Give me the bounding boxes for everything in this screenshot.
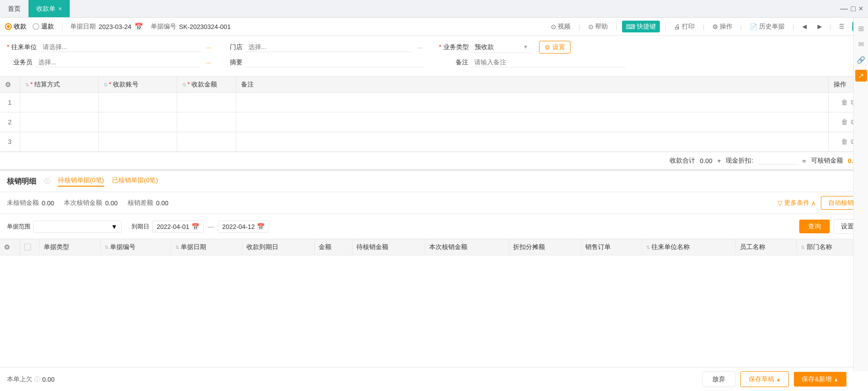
bt-col-sales-order: 销售订单 (581, 239, 642, 255)
shortcut-btn[interactable]: ⌨ 快捷键 (622, 21, 660, 32)
action-btn[interactable]: ⚙ 操作 (709, 21, 735, 32)
counterpart-input[interactable] (40, 42, 201, 52)
row-3-delete-icon[interactable]: 🗑 (841, 138, 848, 146)
print-btn[interactable]: 🖨 打印 (671, 21, 698, 32)
summary-input[interactable] (245, 57, 424, 67)
history-btn[interactable]: 📄 历史单据 (747, 21, 787, 32)
window-close-icon[interactable]: × (859, 4, 863, 13)
save-new-label: 保存&新增 (802, 375, 832, 384)
salesperson-input[interactable] (35, 57, 201, 67)
row-2-remark[interactable] (236, 112, 829, 132)
maximize-icon[interactable]: □ (851, 4, 856, 13)
store-more-btn[interactable]: ··· (415, 44, 424, 51)
discount-input[interactable] (758, 157, 797, 165)
row-1-num: 1 (0, 93, 20, 112)
row-1-remark[interactable] (236, 93, 829, 112)
row-1-amount[interactable] (177, 93, 236, 112)
business-type-select[interactable]: 预收款 ▼ (472, 42, 531, 53)
minimize-icon[interactable]: — (840, 4, 848, 13)
row-1-account[interactable] (98, 93, 177, 112)
bt-col-checkbox[interactable] (20, 239, 39, 255)
footer-info: 本单上欠 ⓘ 0.00 (7, 375, 54, 384)
summary-label: 摘要 (228, 58, 243, 67)
bt-col-current: 本次核销金额 (425, 239, 509, 255)
diff-value: 0.00 (156, 199, 168, 207)
salesperson-more-btn[interactable]: ··· (204, 59, 213, 66)
date-value[interactable]: 2023-03-24 (99, 23, 132, 30)
row-1-delete-icon[interactable]: 🗑 (841, 98, 848, 107)
form-row-1: 往来单位 ··· 门店 ··· 业务类型 预收款 ▼ ⚙ 设置 (7, 41, 861, 54)
tab-close-icon[interactable]: × (58, 5, 62, 12)
sidebar-icon-3[interactable]: 🔗 (855, 54, 867, 66)
done-tab[interactable]: 已核销单据(0笔) (112, 176, 158, 187)
remark-label: 备注 (439, 58, 468, 67)
balance-info-icon[interactable]: ⓘ (34, 375, 40, 384)
bt-settings-icon[interactable]: ⚙ (4, 243, 10, 251)
tab-receipt[interactable]: 收款单 × (28, 0, 70, 17)
refund-radio[interactable]: 退款 (32, 22, 54, 31)
counterpart-more-btn[interactable]: ··· (204, 44, 213, 51)
row-2-delete-icon[interactable]: 🗑 (841, 118, 848, 126)
nav-prev[interactable]: ◀ (799, 22, 810, 31)
range-select[interactable]: ▼ (33, 221, 122, 233)
row-3-amount[interactable] (177, 132, 236, 152)
bt-col-settings[interactable]: ⚙ (0, 239, 20, 255)
summary-field: 摘要 (228, 57, 424, 67)
range-label: 单据范围 (7, 223, 30, 231)
row-3-remark[interactable] (236, 132, 829, 152)
bt-col-discount: 折扣分摊额 (509, 239, 581, 255)
save-new-btn[interactable]: 保存&新增 ▲ (794, 372, 846, 387)
bt-col-type: 单据类型 (39, 239, 100, 255)
due-date-end-input[interactable]: 2022-04-12 📅 (218, 221, 270, 233)
number-value: SK-20230324-001 (179, 23, 231, 30)
due-date-start-input[interactable]: 2022-04-01 📅 (152, 221, 204, 233)
balance-label: 本单上欠 (7, 375, 32, 384)
action-icon: ⚙ (712, 23, 718, 30)
query-form: 单据范围 ▼ 到期日 2022-04-01 📅 — 2022-04-12 � (0, 214, 868, 239)
calendar-end-icon: 📅 (257, 223, 265, 230)
nav-next[interactable]: ▶ (814, 22, 825, 31)
unwriteoff-value: 0.00 (42, 199, 54, 207)
col-settings-icon[interactable]: ⚙ (5, 81, 11, 88)
save-draft-arrow[interactable]: ▲ (776, 377, 781, 382)
more-conditions-btn[interactable]: ▽ 更多条件 ∧ (778, 198, 816, 207)
discard-btn[interactable]: 放弃 (702, 371, 735, 387)
select-all-checkbox[interactable] (24, 244, 31, 251)
help-btn[interactable]: ⊙ 帮助 (585, 21, 611, 32)
writeoff-info-icon[interactable]: ⓘ (44, 177, 50, 186)
sidebar-icon-1[interactable]: ⊞ (855, 23, 867, 34)
row-3-account[interactable] (98, 132, 177, 152)
sidebar-icon-4[interactable]: ↗ (855, 70, 867, 82)
list-view-btn[interactable]: ☰ (836, 22, 847, 31)
row-2-amount[interactable] (177, 112, 236, 132)
query-btn[interactable]: 查询 (799, 220, 830, 233)
bt-col-due-date: 收款到期日 (242, 239, 314, 255)
receipt-radio-dot (5, 23, 12, 30)
row-1-settlement[interactable] (20, 93, 98, 112)
col-settings[interactable]: ⚙ (0, 77, 20, 93)
store-input[interactable] (245, 42, 412, 52)
salesperson-field: 业务员 ··· (7, 57, 213, 67)
bt-col-amount: 金额 (314, 239, 352, 255)
row-2-account[interactable] (98, 112, 177, 132)
tab-home[interactable]: 首页 (0, 0, 28, 17)
receipt-radio[interactable]: 收款 (5, 22, 27, 31)
save-draft-btn[interactable]: 保存草稿 ▲ (740, 371, 789, 387)
business-type-field: 业务类型 预收款 ▼ ⚙ 设置 (439, 41, 625, 54)
form-settings-btn[interactable]: ⚙ 设置 (539, 41, 570, 54)
form-area: 往来单位 ··· 门店 ··· 业务类型 预收款 ▼ ⚙ 设置 (0, 36, 868, 77)
pending-tab[interactable]: 待核销单据(0笔) (58, 176, 104, 187)
row-3-settlement[interactable] (20, 132, 98, 152)
unwriteoff-item: 未核销金额 0.00 (7, 198, 54, 207)
calendar-icon[interactable]: 📅 (135, 23, 143, 30)
sidebar-icon-2[interactable]: ✉ (855, 38, 867, 50)
video-btn[interactable]: ⊙ 视频 (548, 21, 573, 32)
number-label: 单据编号 (151, 22, 176, 31)
save-new-arrow[interactable]: ▲ (834, 377, 839, 382)
remark-input[interactable] (471, 57, 625, 67)
row-2-settlement[interactable] (20, 112, 98, 132)
shortcut-icon: ⌨ (626, 23, 635, 30)
chevron-down-icon: ▼ (523, 44, 528, 50)
due-date-label: 到期日 (132, 223, 149, 231)
range-chevron-icon: ▼ (111, 223, 117, 230)
